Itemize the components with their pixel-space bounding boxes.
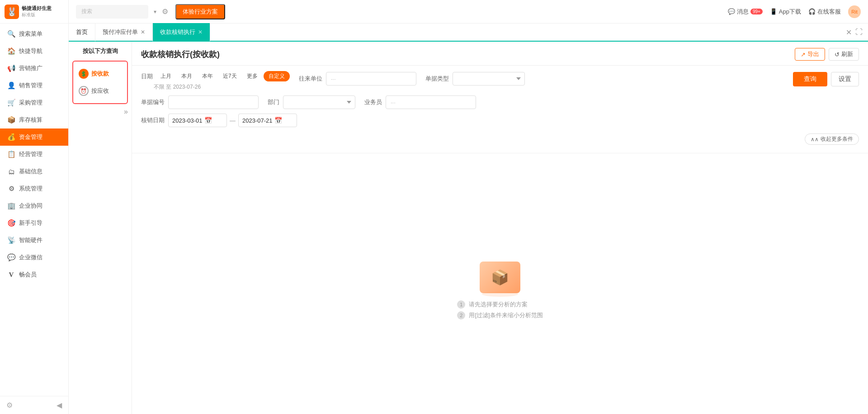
staff-input[interactable]: ··· [386, 95, 476, 109]
sidebar-item-hardware[interactable]: 📡 智能硬件 [0, 232, 68, 249]
message-icon: 💬 [728, 8, 735, 15]
sidebar-item-basic-info[interactable]: 🗂 基础信息 [0, 163, 68, 180]
tab-close-all-icon[interactable]: ✕ [846, 28, 852, 37]
sidebar-item-marketing[interactable]: 📢 营销推广 [0, 60, 68, 77]
filter-by-receipt[interactable]: 💲 按收款 [75, 65, 125, 82]
wechat-icon: 💬 [7, 253, 15, 262]
bill-no-label: 单据编号 [141, 98, 165, 106]
tabbar-actions: ✕ ⛶ [846, 28, 868, 37]
collapse-more-row: ∧∧ 收起更多条件 [141, 131, 859, 148]
sidebar-item-operations[interactable]: 📋 经营管理 [0, 146, 68, 163]
empty-state: 📦 1 请先选择要分析的方案 2 用[过滤]条件来缩小分析范围 [132, 153, 868, 414]
verify-date-end[interactable]: 2023-07-21 📅 [238, 114, 297, 127]
verify-date-label: 核销日期 [141, 116, 165, 124]
enterprise-icon: 🏢 [7, 202, 15, 210]
refresh-button[interactable]: ↺ 刷新 [829, 48, 859, 61]
sidebar-item-system[interactable]: ⚙ 系统管理 [0, 180, 68, 197]
filter-receipt-icon: 💲 [79, 69, 89, 79]
filter-options-box: 💲 按收款 ⏰ 按应收 [72, 61, 128, 104]
tab-receivable-close[interactable]: ✕ [198, 29, 203, 35]
message-badge: 99+ [750, 9, 763, 14]
service-icon: 🎧 [808, 8, 816, 15]
empty-hints: 1 请先选择要分析的方案 2 用[过滤]条件来缩小分析范围 [457, 300, 542, 319]
sidebar-item-inventory[interactable]: 📦 库存核算 [0, 111, 68, 128]
verify-date-start[interactable]: 2023-03-01 📅 [168, 114, 227, 127]
marketing-icon: 📢 [7, 64, 15, 72]
query-button[interactable]: 查询 [793, 72, 827, 86]
topbar-search-input[interactable]: 搜索 [76, 5, 148, 19]
inventory-icon: 📦 [7, 116, 15, 124]
tab-expand-icon[interactable]: ⛶ [855, 28, 863, 36]
date-btn-last-month[interactable]: 上月 [156, 71, 175, 81]
sidebar-item-member[interactable]: V 畅会员 [0, 266, 68, 283]
bill-no-input[interactable] [168, 95, 259, 109]
form-area: 收款核销执行(按收款) ↗ 导出 ↺ 刷新 [132, 42, 868, 414]
date-btn-more[interactable]: 更多 [243, 71, 262, 81]
sidebar-bottom: ⚙ ◀ [0, 396, 68, 414]
sidebar-item-guide[interactable]: 🎯 新手引导 [0, 214, 68, 232]
cal-start-icon: 📅 [204, 117, 212, 124]
date-btn-this-year[interactable]: 本年 [198, 71, 217, 81]
refresh-icon: ↺ [835, 51, 840, 58]
date-btn-custom[interactable]: 自定义 [264, 71, 290, 81]
filter-panel: 按以下方查询 💲 按收款 ⏰ 按应收 » [69, 42, 132, 414]
export-button[interactable]: ↗ 导出 [795, 48, 825, 61]
system-icon: ⚙ [7, 185, 15, 193]
date-range-separator: — [230, 117, 236, 124]
sidebar-collapse-icon[interactable]: ◀ [57, 401, 62, 409]
logo-icon: 🐰 [5, 5, 19, 19]
cal-end-icon: 📅 [274, 117, 282, 124]
sidebar-item-search-menu[interactable]: 🔍 搜索菜单 [0, 25, 68, 43]
tab-prepay-close[interactable]: ✕ [141, 29, 145, 35]
page-actions: ↗ 导出 ↺ 刷新 [795, 48, 859, 61]
page-title: 收款核销执行(按收款) [141, 49, 220, 60]
topbar-online-service[interactable]: 🎧 在线客服 [808, 8, 841, 16]
date-quick-btns: 上月 本月 本年 近7天 更多 自定义 [156, 71, 290, 81]
date-no-limit: 不限 至 2023-07-26 [154, 84, 201, 90]
empty-box-icon: 📦 [480, 262, 520, 293]
sidebar-item-purchase[interactable]: 🛒 采购管理 [0, 94, 68, 111]
collapse-up-icon: ∧∧ [811, 136, 819, 143]
sidebar-item-sales[interactable]: 👤 销售管理 [0, 77, 68, 94]
sidebar-item-quick-nav[interactable]: 🏠 快捷导航 [0, 43, 68, 60]
bill-type-select[interactable] [453, 72, 525, 86]
date-btn-7days[interactable]: 近7天 [219, 71, 241, 81]
filter-panel-collapse[interactable]: » [72, 108, 128, 116]
sidebar: 🐰 畅捷通好生意 标准版 🔍 搜索菜单 🏠 快捷导航 📢 营销推广 👤 销售管理… [0, 0, 69, 414]
sales-icon: 👤 [7, 81, 15, 90]
tab-receivable[interactable]: 收款核销执行 ✕ [153, 23, 210, 41]
partner-input[interactable]: ··· [326, 72, 416, 86]
collapse-more-button[interactable]: ∧∧ 收起更多条件 [805, 133, 859, 145]
app-icon: 📱 [770, 8, 777, 15]
date-label: 日期 [141, 72, 153, 81]
topbar-user[interactable]: Rit [848, 5, 861, 18]
empty-hint-2: 2 用[过滤]条件来缩小分析范围 [457, 311, 542, 319]
date-btn-this-month[interactable]: 本月 [177, 71, 196, 81]
sidebar-settings-icon[interactable]: ⚙ [6, 401, 13, 409]
sidebar-item-enterprise[interactable]: 🏢 企业协同 [0, 197, 68, 214]
tab-prepay[interactable]: 预付冲应付单 ✕ [95, 23, 153, 41]
search-bar: 日期 上月 本月 本年 近7天 更多 自定义 不限 至 2023-0 [132, 66, 868, 153]
tabbar: 首页 预付冲应付单 ✕ 收款核销执行 ✕ ✕ ⛶ [69, 24, 868, 42]
topbar-gear-icon[interactable]: ⚙ [162, 7, 168, 16]
tab-home[interactable]: 首页 [69, 23, 95, 41]
topbar-dropdown-arrow[interactable]: ▾ [154, 9, 156, 15]
partner-label: 往来单位 [299, 75, 322, 83]
topbar-message[interactable]: 💬 消息 99+ [728, 8, 763, 16]
topbar-solution-button[interactable]: 体验行业方案 [175, 4, 225, 19]
purchase-icon: 🛒 [7, 99, 15, 107]
settings-button[interactable]: 设置 [831, 72, 859, 86]
quick-nav-icon: 🏠 [7, 47, 15, 55]
member-icon: V [7, 271, 15, 279]
empty-shadow [482, 291, 518, 297]
finance-icon: 💰 [7, 133, 15, 141]
filter-by-receivable[interactable]: ⏰ 按应收 [75, 82, 125, 100]
topbar-app-download[interactable]: 📱 App下载 [770, 8, 801, 16]
empty-hint-1: 1 请先选择要分析的方案 [457, 300, 542, 309]
sidebar-item-finance[interactable]: 💰 资金管理 [0, 128, 68, 146]
empty-illustration: 📦 [473, 248, 527, 293]
topbar-right: 💬 消息 99+ 📱 App下载 🎧 在线客服 Rit [728, 5, 861, 18]
hint-num-1: 1 [457, 300, 465, 309]
sidebar-item-wechat[interactable]: 💬 企业微信 [0, 249, 68, 266]
dept-select[interactable] [283, 95, 355, 109]
